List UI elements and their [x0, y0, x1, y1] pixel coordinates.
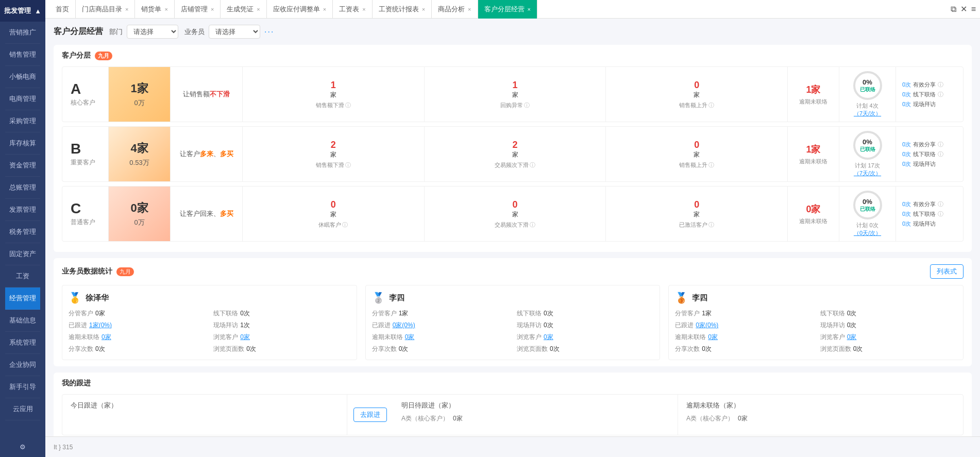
- sidebar: 批发管理 ▲ 营销推广销售管理小畅电商电商管理采购管理库存核算资金管理总账管理发…: [0, 0, 45, 457]
- contact-label: 逾期未联络: [799, 217, 827, 225]
- stat-val-1-2[interactable]: 0家(0%): [393, 321, 415, 330]
- sidebar-item-ledger[interactable]: 总账管理: [5, 177, 40, 199]
- tab-store-mgmt[interactable]: 店铺管理×: [175, 0, 221, 19]
- tab-home[interactable]: 首页: [49, 0, 76, 19]
- stat-val-2-2[interactable]: 0家(0%): [696, 321, 718, 330]
- staff-stats-grid-1: 分管客户 1家 线下联络 0次 已跟进 0家(0%) 现场拜访 0次 逾期未联络…: [372, 309, 654, 353]
- tab-close-wage-table[interactable]: ×: [362, 6, 365, 12]
- stat-val-2-5[interactable]: 0家: [847, 333, 857, 342]
- tab-close-store-mgmt[interactable]: ×: [211, 6, 214, 12]
- tab-product-analysis[interactable]: 商品分析×: [432, 0, 478, 19]
- dept-select[interactable]: 请选择: [127, 25, 178, 39]
- followup-overdue-bottom: A类（核心客户） 0家: [686, 414, 955, 423]
- filter-more-icon[interactable]: ···: [264, 27, 274, 37]
- staff-select[interactable]: 请选择: [209, 25, 260, 39]
- sidebar-item-purchase[interactable]: 采购管理: [5, 110, 40, 132]
- sidebar-item-inventory[interactable]: 库存核算: [5, 132, 40, 155]
- stat-val-1-3: 0次: [544, 321, 553, 330]
- info-icon[interactable]: ⓘ: [524, 101, 530, 109]
- share-item-1-0: 0次 有效分享 ⓘ: [902, 141, 957, 148]
- metric-label: 休眠客户ⓘ: [318, 221, 348, 229]
- stat-val-0-4[interactable]: 0家: [102, 333, 111, 342]
- sidebar-item-mini-ecom[interactable]: 小畅电商: [5, 66, 40, 88]
- info-icon[interactable]: ⓘ: [530, 161, 535, 169]
- list-view-button[interactable]: 列表式: [930, 264, 964, 279]
- plan-link[interactable]: （7天/次）: [854, 170, 881, 176]
- share-item-0-1: 0次 线下联络 ⓘ: [902, 91, 957, 98]
- sidebar-item-finance[interactable]: 资金管理: [5, 155, 40, 177]
- sidebar-item-sales[interactable]: 销售管理: [5, 44, 40, 66]
- staff-name-1: 李四: [389, 293, 404, 303]
- plan-link[interactable]: （0天/次）: [854, 230, 881, 236]
- tab-close-product-analysis[interactable]: ×: [468, 6, 471, 12]
- tab-voucher[interactable]: 生成凭证×: [221, 0, 266, 19]
- share-item-0-0: 0次 有效分享 ⓘ: [902, 81, 957, 89]
- sidebar-item-basic[interactable]: 基础信息: [5, 310, 40, 332]
- info-icon[interactable]: ⓘ: [708, 161, 714, 169]
- sidebar-item-marketing[interactable]: 营销推广: [5, 22, 40, 44]
- tab-wage-stats[interactable]: 工资统计报表×: [373, 0, 432, 19]
- tab-store-products[interactable]: 门店商品目录×: [76, 0, 135, 19]
- share-val: 0次: [902, 150, 911, 158]
- goto-button[interactable]: 去跟进: [353, 408, 387, 422]
- staff-name-row-2: 🥉 李四: [675, 292, 957, 304]
- info-icon[interactable]: ⓘ: [342, 221, 348, 229]
- stat-val-1-5[interactable]: 0家: [544, 333, 553, 342]
- tab-close-store-products[interactable]: ×: [125, 6, 128, 12]
- sidebar-item-sys[interactable]: 系统管理: [5, 332, 40, 354]
- sidebar-item-corp[interactable]: 企业协同: [5, 354, 40, 376]
- sidebar-header[interactable]: 批发管理 ▲: [0, 0, 45, 22]
- tab-wage-table[interactable]: 工资表×: [333, 0, 372, 19]
- share-info-icon[interactable]: ⓘ: [938, 81, 943, 89]
- sidebar-item-ecom[interactable]: 电商管理: [5, 88, 40, 110]
- share-info-icon[interactable]: ⓘ: [938, 200, 943, 208]
- customer-tier-month: 九月: [95, 52, 112, 60]
- staff-card-1: 🥈 李四 分管客户 1家 线下联络 0次 已跟进 0家(0%) 现场拜访 0次 …: [365, 285, 661, 360]
- info-icon[interactable]: ⓘ: [708, 221, 714, 229]
- tab-sales-order[interactable]: 销货单×: [135, 0, 174, 19]
- tab-close-sales-order[interactable]: ×: [164, 6, 167, 12]
- info-icon[interactable]: ⓘ: [530, 221, 535, 229]
- tab-close-all-icon[interactable]: ✕: [960, 4, 967, 14]
- tier-metrics-c: 0 家 休眠客户ⓘ 0 家 交易频次下滑ⓘ 0 家 已激活客户ⓘ: [243, 187, 788, 241]
- stat-val-2-4[interactable]: 0家: [708, 333, 718, 342]
- tier-metric-0-1: 1 家 回购异常ⓘ: [425, 67, 606, 122]
- tab-close-wage-stats[interactable]: ×: [422, 6, 425, 12]
- stat-val-0-2[interactable]: 1家(0%): [89, 321, 112, 330]
- sidebar-item-ops[interactable]: 经营管理: [5, 287, 40, 310]
- stat-val-0-5[interactable]: 0家: [240, 333, 250, 342]
- sidebar-item-fixed-assets[interactable]: 固定资产: [5, 243, 40, 265]
- share-val: 0次: [902, 91, 911, 98]
- tab-more-icon[interactable]: ≡: [971, 5, 976, 14]
- sidebar-item-tax[interactable]: 税务管理: [5, 221, 40, 243]
- sidebar-item-guide[interactable]: 新手引导: [5, 376, 40, 398]
- tab-close-customer-tier[interactable]: ×: [528, 6, 531, 12]
- plan-link[interactable]: （7天/次）: [854, 110, 881, 116]
- tab-receivable[interactable]: 应收应付调整单×: [267, 0, 333, 19]
- stat-val-1-4[interactable]: 0家: [405, 333, 415, 342]
- stat-val-2-1: 0次: [847, 309, 857, 318]
- stat-label-1-4: 逾期未联络: [372, 333, 403, 342]
- info-icon[interactable]: ⓘ: [345, 101, 351, 109]
- sidebar-item-invoice[interactable]: 发票管理: [5, 199, 40, 221]
- metric-value: 0: [694, 80, 699, 91]
- sidebar-item-payroll[interactable]: 工资: [5, 265, 40, 287]
- followup-title: 我的跟进: [62, 379, 964, 388]
- metric-value: 0: [331, 199, 336, 210]
- tab-window-icon[interactable]: ⧉: [951, 5, 956, 14]
- share-val: 0次: [902, 141, 911, 148]
- sidebar-gear[interactable]: ⚙: [0, 437, 45, 457]
- staff-stat-1-2: 已跟进 0家(0%): [372, 321, 509, 330]
- info-icon[interactable]: ⓘ: [708, 101, 714, 109]
- share-info-icon[interactable]: ⓘ: [938, 91, 943, 98]
- share-info-icon[interactable]: ⓘ: [938, 210, 943, 218]
- staff-stat-2-4: 逾期未联络 0家: [675, 333, 812, 342]
- tab-close-voucher[interactable]: ×: [257, 6, 260, 12]
- share-val: 0次: [902, 200, 911, 208]
- tab-close-receivable[interactable]: ×: [323, 6, 326, 12]
- sidebar-item-cloud[interactable]: 云应用: [5, 398, 40, 420]
- info-icon[interactable]: ⓘ: [345, 161, 351, 169]
- share-info-icon[interactable]: ⓘ: [938, 141, 943, 148]
- tab-customer-tier[interactable]: 客户分层经营×: [478, 0, 537, 19]
- share-info-icon[interactable]: ⓘ: [938, 150, 943, 158]
